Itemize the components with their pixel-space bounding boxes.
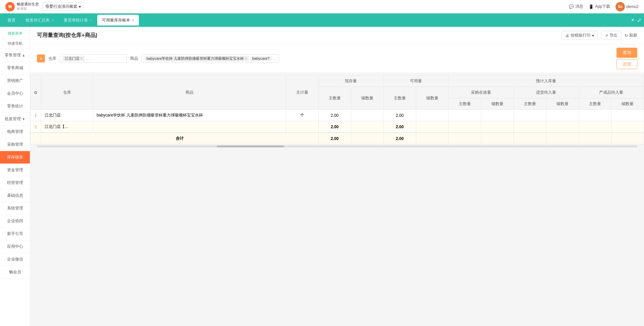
dropdown-arrow-icon: ▾ (592, 33, 594, 38)
template-print-btn[interactable]: 🖨 按模板打印 ▾ (561, 31, 598, 40)
warehouse-filter-input[interactable]: 江北门店 × ... (60, 54, 127, 63)
row1-production-main (579, 110, 611, 121)
sidebar-item-ecommerce[interactable]: 电商管理 (0, 126, 30, 138)
row2-available-main: 2.00 (383, 121, 416, 133)
row2-purchase-aux (481, 121, 514, 133)
th-product: 商品 (93, 76, 286, 110)
message-btn[interactable]: 💬 消息 (569, 4, 583, 9)
tab-home[interactable]: 首页 (3, 15, 20, 26)
export-btn[interactable]: ↗ 导出 (601, 31, 621, 40)
arrow-down-icon: ▼ (22, 118, 25, 121)
th-available-main: 主数量 (383, 87, 416, 110)
warehouse-filter-label: 仓库 (48, 56, 56, 61)
page-title: 可用量查询(按仓库+商品) (37, 32, 97, 43)
sidebar: 搜索菜单 快捷导航 零售管理 ▲ 零售商城 营销推广 会员中心 零售统计 批发管… (0, 27, 30, 326)
remove-product-tag-1[interactable]: × (245, 57, 247, 60)
page-header-actions: 🖨 按模板打印 ▾ ↗ 导出 ↻ 刷新 (561, 31, 637, 44)
sidebar-item-enterprise[interactable]: 企业协同 (0, 215, 30, 228)
warehouse-more[interactable]: ... (86, 56, 89, 60)
sidebar-item-finance[interactable]: 资金管理 (0, 164, 30, 177)
row2-production-aux (611, 121, 644, 133)
table-row: 1 江北门店 babycare学饮杯 儿童防摔防撞吸管杯重力球吸嘴杯宝宝水杯 个… (31, 110, 644, 121)
th-planned-inbound-group: 预计入库量 (448, 76, 644, 87)
th-settings: ⚙ (31, 76, 41, 110)
scroll-area (30, 144, 644, 148)
sidebar-quick-nav[interactable]: 快捷导航 (0, 39, 30, 49)
row1-product: babycare学饮杯 儿童防摔防撞吸管杯重力球吸嘴杯宝宝水杯 (93, 110, 286, 121)
tab-receive-send[interactable]: 收发存汇总表 × (21, 15, 58, 26)
tab-available-stock[interactable]: 可用量库存账本 × (97, 15, 139, 26)
user-profile[interactable]: Ea demo2 (615, 2, 639, 11)
th-incoming-group: 进货待入量 (514, 87, 579, 98)
scroll-track[interactable] (37, 145, 637, 147)
row2-incoming-main (514, 121, 546, 133)
sidebar-item-retail-mgmt[interactable]: 零售管理 ▲ (0, 49, 30, 62)
mobile-icon: 📱 (589, 4, 594, 9)
sidebar-item-marketing[interactable]: 营销推广 (0, 75, 30, 87)
sidebar-item-wholesale[interactable]: 批发管理 ▼ (0, 113, 30, 126)
close-tab-available-stock[interactable]: × (132, 18, 134, 22)
printer-icon: 🖨 (565, 33, 569, 38)
row2-no: 2 (31, 121, 41, 133)
arrow-up-icon: ▲ (22, 54, 25, 57)
sidebar-item-purchase[interactable]: 采购管理 (0, 138, 30, 151)
close-tab-receive-send[interactable]: × (52, 18, 54, 22)
sidebar-item-retail-mall[interactable]: 零售商城 (0, 62, 30, 75)
logo-area: 畅 畅捷通好生意 标准版 (5, 2, 39, 11)
row1-no: 1 (31, 110, 41, 121)
row2-production-main (579, 121, 611, 133)
sidebar-item-new-guide[interactable]: 新手引导 (0, 228, 30, 240)
app-download-btn[interactable]: 📱 App下载 (589, 4, 610, 9)
sidebar-search[interactable]: 搜索菜单 (0, 28, 30, 39)
close-all-tabs-btn[interactable]: × (631, 17, 634, 23)
th-warehouse: 仓库 (41, 76, 93, 110)
scroll-thumb[interactable] (217, 145, 284, 147)
tab-order-stats[interactable]: 要货单统计表 × (59, 15, 97, 26)
table-footer-row: 合计 2.00 2.00 (31, 133, 644, 144)
main-layout: 搜索菜单 快捷导航 零售管理 ▲ 零售商城 营销推广 会员中心 零售统计 批发管… (0, 27, 644, 326)
sidebar-item-operations[interactable]: 经营管理 (0, 177, 30, 189)
row1-purchase-aux (481, 110, 514, 121)
sidebar-item-enterprise-wechat[interactable]: 企业微信 (0, 253, 30, 266)
th-current-aux: 辅数量 (351, 87, 383, 110)
th-production-main: 主数量 (579, 98, 611, 110)
sidebar-item-inventory[interactable]: 库存核算 (0, 151, 30, 164)
remove-warehouse-tag[interactable]: × (80, 57, 83, 60)
chevron-down-icon: ▾ (79, 4, 81, 9)
footer-current-main: 2.00 (318, 133, 351, 144)
row2-unit (286, 121, 318, 133)
sidebar-item-system[interactable]: 系统管理 (0, 202, 30, 215)
th-purchase-main: 主数量 (448, 98, 481, 110)
product-more[interactable]: ... (273, 56, 276, 60)
row2-incoming-aux (546, 121, 579, 133)
sidebar-item-app-center[interactable]: 应用中心 (0, 240, 30, 253)
th-production-aux: 辅数量 (611, 98, 644, 110)
filter-actions: 查询 设置 (616, 48, 637, 69)
th-unit: 主计量 (286, 76, 318, 110)
query-btn[interactable]: 查询 (616, 48, 637, 58)
th-purchase-aux: 辅数量 (481, 98, 514, 110)
sidebar-item-basics[interactable]: 基础信息 (0, 189, 30, 202)
sidebar-item-member2[interactable]: 畅会员 (0, 266, 30, 279)
row2-purchase-main (448, 121, 481, 133)
setting-btn[interactable]: 设置 (616, 59, 637, 69)
nav-tabs-actions: × ⤢ (631, 17, 641, 24)
top-bar-right: 💬 消息 📱 App下载 Ea demo2 (569, 2, 639, 11)
row2-current-aux (351, 121, 383, 133)
sidebar-item-retail-stats[interactable]: 零售统计 (0, 100, 30, 113)
top-bar-left: 畅 畅捷通好生意 标准版 母婴行业演示账套 ▾ (5, 2, 84, 11)
row2-available-aux (416, 121, 448, 133)
th-available-group: 可用量 (383, 76, 448, 87)
close-tab-order-stats[interactable]: × (90, 18, 92, 22)
sidebar-item-member[interactable]: 会员中心 (0, 87, 30, 100)
th-current-stock-group: 现存量 (318, 76, 383, 87)
refresh-btn[interactable]: ↻ 刷新 (625, 33, 637, 38)
expand-filter-btn[interactable]: » (37, 54, 45, 62)
home-tab-label: 首页 (7, 17, 15, 23)
product-filter-input[interactable]: babycare学饮杯 儿童防摔防撞吸管杯重力球吸嘴杯宝宝水杯 × babyca… (142, 54, 279, 63)
row2-product (93, 121, 286, 133)
avatar: Ea (615, 2, 625, 11)
tenant-selector[interactable]: 母婴行业演示账套 ▾ (42, 2, 84, 11)
expand-tabs-btn[interactable]: ⤢ (637, 17, 641, 24)
row1-purchase-main (448, 110, 481, 121)
